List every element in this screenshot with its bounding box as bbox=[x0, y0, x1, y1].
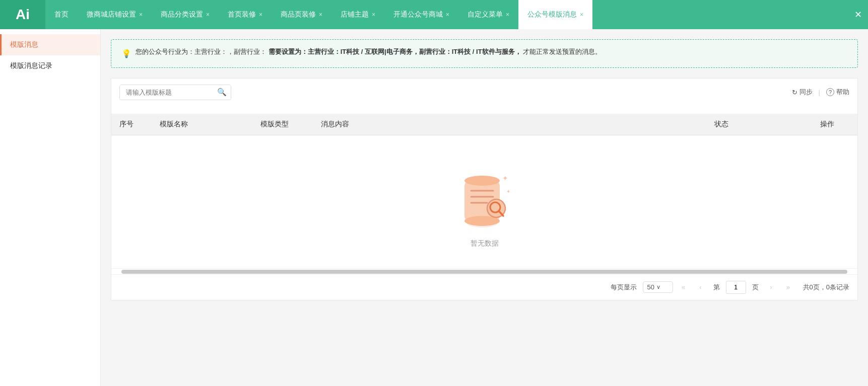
help-button[interactable]: ? 帮助 bbox=[826, 88, 849, 97]
divider: | bbox=[819, 89, 820, 96]
sync-label: 同步 bbox=[799, 88, 813, 97]
svg-point-2 bbox=[464, 176, 500, 186]
nav-tab-label: 自定义菜单 bbox=[468, 10, 503, 19]
page-input[interactable] bbox=[726, 281, 746, 294]
nav-tab-product-decoration[interactable]: 商品页装修 × bbox=[272, 0, 331, 29]
close-icon[interactable]: × bbox=[319, 11, 322, 18]
alert-text: 您的公众号行业为：主营行业：，副营行业： 需要设置为：主营行业：IT科技 / 互… bbox=[136, 47, 602, 57]
nav-tab-label: 商品页装修 bbox=[281, 10, 316, 19]
nav-tab-shop-settings[interactable]: 微商城店铺设置 × bbox=[78, 0, 152, 29]
close-icon[interactable]: × bbox=[446, 11, 449, 18]
nav-tab-label: 开通公众号商城 bbox=[393, 10, 443, 19]
th-seq: 序号 bbox=[111, 114, 152, 135]
next-page-button[interactable]: › bbox=[765, 281, 778, 294]
svg-text:✦: ✦ bbox=[506, 189, 510, 194]
last-page-button[interactable]: » bbox=[782, 281, 795, 294]
search-right: ↻ 同步 | ? 帮助 bbox=[792, 88, 849, 97]
alert-prefix: 您的公众号行业为：主营行业：，副营行业： bbox=[136, 48, 266, 55]
search-left: 🔍 bbox=[119, 85, 231, 100]
total-info: 共0页，0条记录 bbox=[803, 283, 849, 292]
chevron-down-icon: ∨ bbox=[656, 284, 660, 290]
close-icon[interactable]: × bbox=[139, 11, 143, 18]
scrollbar-thumb[interactable] bbox=[121, 270, 847, 274]
alert-highlight: 需要设置为：主营行业：IT科技 / 互联网|电子商务，副营行业：IT科技 / I… bbox=[269, 48, 521, 55]
close-icon[interactable]: × bbox=[372, 11, 375, 18]
th-action: 操作 bbox=[797, 114, 857, 135]
refresh-icon: ↻ bbox=[792, 89, 797, 96]
logo: Ai bbox=[0, 0, 45, 29]
nav-tab-label: 店铺主题 bbox=[341, 10, 369, 19]
pagination: 每页显示 50 ∨ « ‹ 第 页 › » bbox=[111, 274, 857, 300]
content-area: 💡 您的公众号行业为：主营行业：，副营行业： 需要设置为：主营行业：IT科技 /… bbox=[101, 29, 868, 386]
sidebar-item-template-msg[interactable]: 模版消息 bbox=[0, 34, 100, 55]
per-page-value: 50 bbox=[647, 283, 654, 291]
main-layout: 模版消息 模版消息记录 💡 您的公众号行业为：主营行业：，副营行业： 需要设置为… bbox=[0, 29, 868, 386]
logo-text: Ai bbox=[16, 7, 30, 23]
nav-tab-label: 首页装修 bbox=[228, 10, 256, 19]
search-input-wrap: 🔍 bbox=[119, 85, 231, 100]
nav-tab-template-msg[interactable]: 公众号模版消息 × bbox=[518, 0, 592, 29]
search-input[interactable] bbox=[120, 85, 231, 100]
th-name: 模版名称 bbox=[152, 114, 252, 135]
nav-tab-category-settings[interactable]: 商品分类设置 × bbox=[152, 0, 219, 29]
per-page-label: 每页显示 bbox=[611, 283, 637, 292]
page-label: 第 bbox=[713, 283, 720, 292]
sidebar: 模版消息 模版消息记录 bbox=[0, 29, 101, 386]
per-page-select[interactable]: 50 ∨ bbox=[643, 281, 673, 293]
horizontal-scrollbar[interactable] bbox=[111, 268, 857, 274]
close-icon[interactable]: × bbox=[206, 11, 210, 18]
nav-tabs: 首页 微商城店铺设置 × 商品分类设置 × 首页装修 × 商品页装修 × 店铺主… bbox=[45, 0, 848, 29]
nav-tab-label: 商品分类设置 bbox=[161, 10, 203, 19]
alert-suffix: 才能正常发送预置的消息。 bbox=[523, 48, 602, 55]
svg-text:✦: ✦ bbox=[502, 174, 508, 182]
sync-button[interactable]: ↻ 同步 bbox=[792, 88, 813, 97]
sidebar-item-template-msg-record[interactable]: 模版消息记录 bbox=[0, 55, 100, 76]
sidebar-item-label: 模版消息记录 bbox=[10, 61, 52, 69]
first-page-button[interactable]: « bbox=[677, 281, 690, 294]
close-all-button[interactable]: ✕ bbox=[848, 0, 868, 29]
nav-tab-label: 微商城店铺设置 bbox=[87, 10, 136, 19]
nav-tab-home[interactable]: 首页 bbox=[45, 0, 78, 29]
alert-banner: 💡 您的公众号行业为：主营行业：，副营行业： 需要设置为：主营行业：IT科技 /… bbox=[111, 39, 858, 68]
close-icon[interactable]: × bbox=[506, 11, 509, 18]
nav-tab-home-decoration[interactable]: 首页装修 × bbox=[219, 0, 272, 29]
close-icon[interactable]: × bbox=[580, 11, 583, 18]
search-bar: 🔍 ↻ 同步 | ? 帮助 bbox=[111, 79, 857, 106]
nav-tab-custom-menu[interactable]: 自定义菜单 × bbox=[458, 0, 518, 29]
table-header: 序号 模版名称 模版类型 消息内容 状态 操作 bbox=[111, 114, 857, 135]
sidebar-item-label: 模版消息 bbox=[10, 40, 38, 48]
search-icon[interactable]: 🔍 bbox=[217, 88, 227, 97]
nav-tab-label: 公众号模版消息 bbox=[527, 10, 577, 19]
help-icon: ? bbox=[826, 88, 834, 96]
empty-illustration: ✦ ✦ bbox=[452, 166, 517, 231]
empty-text: 暂无数据 bbox=[471, 239, 499, 248]
th-status: 状态 bbox=[706, 114, 797, 135]
th-type: 模版类型 bbox=[252, 114, 313, 135]
close-icon[interactable]: × bbox=[259, 11, 262, 18]
prev-page-button[interactable]: ‹ bbox=[694, 281, 707, 294]
help-label: 帮助 bbox=[836, 88, 849, 97]
th-content: 消息内容 bbox=[313, 114, 706, 135]
lightbulb-icon: 💡 bbox=[121, 47, 131, 60]
page-unit: 页 bbox=[752, 283, 759, 292]
empty-state: ✦ ✦ 暂无数据 bbox=[111, 135, 857, 268]
nav-tab-home-label: 首页 bbox=[54, 10, 69, 19]
nav-tab-open-mall[interactable]: 开通公众号商城 × bbox=[384, 0, 458, 29]
nav-tab-shop-theme[interactable]: 店铺主题 × bbox=[331, 0, 384, 29]
top-navigation: Ai 首页 微商城店铺设置 × 商品分类设置 × 首页装修 × 商品页装修 × … bbox=[0, 0, 868, 29]
